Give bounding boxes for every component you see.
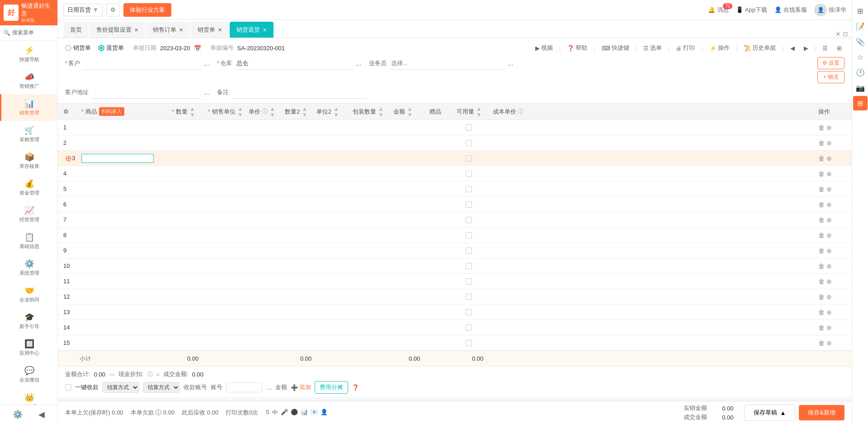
operate-btn[interactable]: ⚡ 操作: [707, 43, 732, 53]
unit-input[interactable]: [244, 217, 281, 223]
online-service-button[interactable]: 👤 在线客服: [774, 6, 807, 14]
customer-input[interactable]: [83, 57, 201, 70]
qty2-input[interactable]: [321, 248, 349, 254]
amount-input[interactable]: [429, 217, 462, 223]
address-input[interactable]: [91, 86, 201, 99]
pack-input[interactable]: [389, 155, 426, 162]
calc-method-select[interactable]: 结算方式: [143, 382, 180, 393]
cost-input[interactable]: [529, 171, 815, 177]
price-input[interactable]: [285, 278, 317, 285]
qty2-input[interactable]: [321, 217, 349, 223]
copy-row-icon[interactable]: ⊕: [826, 216, 832, 224]
pack-input[interactable]: [389, 278, 426, 285]
unit2-input[interactable]: [353, 294, 385, 300]
unit2-input[interactable]: [353, 263, 385, 269]
salesperson-picker-btn[interactable]: ...: [508, 59, 514, 67]
pack-input[interactable]: [389, 263, 426, 269]
amount-input[interactable]: [429, 309, 462, 315]
qty2-input[interactable]: [321, 294, 349, 300]
product-input[interactable]: [81, 171, 154, 177]
pack-input[interactable]: [389, 324, 426, 331]
close-window-icon[interactable]: ✕: [835, 30, 841, 38]
gift-checkbox[interactable]: [466, 248, 472, 254]
product-input[interactable]: [81, 309, 154, 315]
qty-input[interactable]: [208, 294, 241, 300]
right-attachment-icon[interactable]: 📎: [853, 34, 868, 49]
right-action-icon[interactable]: ⊞: [853, 96, 868, 110]
qty-input[interactable]: [208, 186, 241, 192]
address-picker-btn[interactable]: ...: [204, 88, 210, 96]
tab-home[interactable]: 首页: [63, 22, 89, 38]
amount-input[interactable]: [429, 232, 462, 238]
cost-input[interactable]: [529, 294, 815, 300]
history-btn[interactable]: 📜 历史单据: [741, 43, 778, 53]
copy-row-icon[interactable]: ⊕: [826, 339, 832, 347]
user-profile-button[interactable]: 👤 徐泽华: [814, 4, 846, 16]
prev-record-btn[interactable]: ◀: [788, 43, 797, 53]
copy-row-icon[interactable]: ⊕: [826, 155, 832, 162]
gift-checkbox[interactable]: [466, 232, 472, 238]
unit-input[interactable]: [244, 324, 281, 331]
account-no-input[interactable]: [226, 382, 262, 392]
discount-info-icon[interactable]: ⓘ: [147, 371, 153, 378]
cost-input[interactable]: [529, 155, 815, 162]
qty-input[interactable]: [208, 201, 241, 208]
unit2-input[interactable]: [353, 201, 385, 208]
cost-input[interactable]: [529, 186, 815, 192]
delete-row-icon[interactable]: 🗑: [818, 309, 825, 316]
gift-checkbox[interactable]: [466, 171, 472, 177]
avail-input[interactable]: [493, 155, 525, 162]
unit-input[interactable]: [244, 232, 281, 238]
qty-input[interactable]: [208, 324, 241, 331]
copy-row-icon[interactable]: ⊕: [826, 309, 832, 316]
setup-button[interactable]: ⚙ 设置: [817, 57, 844, 69]
amount-input[interactable]: [429, 294, 462, 300]
unit2-sort[interactable]: ▲▼: [333, 106, 339, 118]
price-input[interactable]: [285, 324, 317, 331]
product-input[interactable]: [81, 140, 154, 146]
gift-checkbox[interactable]: [466, 217, 472, 223]
qty-sort[interactable]: ▲▼: [189, 106, 195, 118]
delete-row-icon[interactable]: 🗑: [818, 324, 825, 331]
qty2-input[interactable]: [321, 309, 349, 315]
price-input[interactable]: [285, 186, 317, 192]
pack-input[interactable]: [389, 340, 426, 346]
unit2-input[interactable]: [353, 186, 385, 192]
qty-input[interactable]: [208, 278, 241, 285]
video-btn[interactable]: ▶ 视频: [533, 43, 556, 53]
qty2-input[interactable]: [321, 171, 349, 177]
delete-row-icon[interactable]: 🗑: [818, 155, 825, 162]
copy-row-icon[interactable]: ⊕: [826, 324, 832, 331]
price-input[interactable]: [285, 201, 317, 208]
unit2-input[interactable]: [353, 140, 385, 146]
warehouse-input[interactable]: [235, 57, 353, 70]
pack-input[interactable]: [389, 248, 426, 254]
product-input[interactable]: [81, 201, 154, 208]
cost-input[interactable]: [529, 248, 815, 254]
copy-row-icon[interactable]: ⊕: [826, 247, 832, 254]
expand-icon[interactable]: ⊡: [843, 30, 848, 38]
unit2-input[interactable]: [353, 232, 385, 238]
amount-input[interactable]: [429, 140, 462, 146]
price-input[interactable]: [285, 171, 317, 177]
copy-row-icon[interactable]: ⊕: [826, 186, 832, 193]
account-picker-btn[interactable]: ...: [266, 383, 272, 391]
amount-input[interactable]: [429, 324, 462, 331]
unit-input[interactable]: [244, 263, 281, 269]
cost-input[interactable]: [529, 309, 815, 315]
unit2-input[interactable]: [353, 309, 385, 315]
qty-input[interactable]: [208, 263, 241, 269]
sidebar-item-purchase[interactable]: 🛒 采购管理: [0, 121, 57, 148]
unit-input[interactable]: [244, 124, 281, 131]
avail-input[interactable]: [493, 278, 525, 285]
tab-price-setting[interactable]: 售价提取设置 ✕: [90, 22, 145, 38]
list-view-btn[interactable]: ☰: [820, 43, 830, 53]
delete-row-icon[interactable]: 🗑: [818, 139, 825, 147]
save-new-button[interactable]: 保存&新增: [799, 405, 844, 420]
unit2-input[interactable]: [353, 217, 385, 223]
amount-input[interactable]: [429, 201, 462, 208]
unit-input[interactable]: [244, 248, 281, 254]
copy-row-icon[interactable]: ⊕: [826, 139, 832, 147]
delete-row-icon[interactable]: 🗑: [818, 278, 825, 285]
product-input[interactable]: [81, 232, 154, 238]
